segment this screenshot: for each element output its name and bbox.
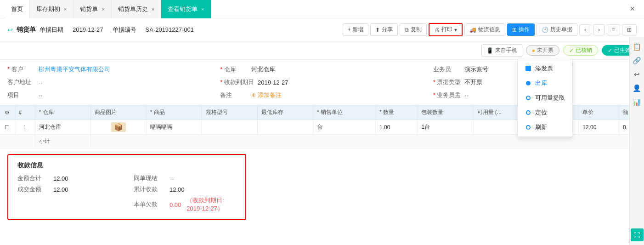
customer-value[interactable]: 柳州粤港平安气体有限公司: [39, 65, 110, 74]
ticket-type-label: 票据类型: [433, 78, 461, 86]
checked-button[interactable]: ✓ 已核销: [563, 45, 598, 56]
sidebar-icon-1[interactable]: 📋: [631, 40, 644, 53]
history-icon: 🕐: [542, 27, 548, 33]
phone-icon: 📱: [486, 47, 493, 54]
tab-inventory-init-label: 库存期初: [36, 5, 60, 13]
same-order-row: 同单现结 --: [134, 174, 236, 182]
not-opened-button[interactable]: ● 未开票: [526, 45, 559, 56]
deal-row: 成交金额 12.00: [17, 185, 120, 194]
operate-button[interactable]: ⊞ 操作: [507, 23, 535, 36]
payment-date-value: 2019-12-27: [258, 79, 288, 86]
row-image: 📦: [90, 120, 146, 135]
sidebar-icon-3[interactable]: ↩: [631, 68, 644, 81]
same-order-value: --: [169, 175, 174, 182]
operate-button-label: 操作: [519, 26, 530, 34]
doc-title: 销货单: [17, 26, 36, 34]
view-toggle-grid[interactable]: ⊞: [622, 24, 637, 35]
th-min-stock: 最低库存: [258, 105, 313, 120]
view-toggle-list[interactable]: ≡: [607, 24, 620, 35]
tab-sales-order[interactable]: 销货单 ×: [73, 0, 111, 18]
doc-title-icon: ↩: [7, 26, 13, 34]
close-sales-order-icon[interactable]: ×: [102, 6, 104, 12]
toolbar: + 新增 ⬆ 分享 ⧉ 复制 🖨 打印 ▾ 🚚 物流信息: [343, 23, 637, 36]
total-row: 金额合计 12.00: [17, 174, 120, 182]
ticket-type-value: 不开票: [464, 78, 482, 86]
prev-button[interactable]: ‹: [579, 24, 591, 35]
dropdown-ship[interactable]: 出库: [518, 76, 572, 91]
add-remark-icon: ⊕: [251, 91, 256, 98]
next-button[interactable]: ›: [593, 24, 605, 35]
th-product: * 商品: [146, 105, 202, 120]
warehouse-row: 仓库 河北仓库: [220, 65, 424, 74]
copy-button[interactable]: ⧉ 复制: [400, 23, 427, 36]
sidebar-icon-4[interactable]: 👤: [631, 82, 644, 95]
print-icon: 🖨: [434, 27, 440, 33]
effective-icon: ✓: [608, 47, 612, 54]
new-button-label: + 新增: [348, 26, 363, 34]
sidebar-icon-5[interactable]: 📊: [631, 96, 644, 108]
history-button-label: 历史单据: [550, 26, 572, 34]
due-row: 本单欠款 0.00 （收款到期日: 2019-12-27）: [134, 196, 236, 213]
tab-bar: 首页 库存期初 × 销货单 × 销货单历史 × 查看销货单 × ×: [0, 0, 644, 18]
share-button[interactable]: ⬆ 分享: [370, 23, 398, 36]
th-qty: * 数量: [376, 105, 418, 120]
add-remark-button[interactable]: ⊕ 添加备注: [251, 91, 282, 99]
dropdown-available[interactable]: 可用量提取: [518, 91, 572, 105]
history-button[interactable]: 🕐 历史单据: [537, 23, 577, 36]
logistics-button[interactable]: 🚚 物流信息: [464, 23, 505, 36]
share-icon: ⬆: [375, 27, 380, 33]
doc-number-label: 单据编号: [113, 26, 136, 34]
share-button-label: 分享: [382, 26, 393, 34]
sidebar-icon-6[interactable]: ⛶: [631, 228, 644, 241]
staff-value: 演示账号: [464, 65, 488, 74]
product-image-icon: 📦: [111, 122, 126, 132]
refresh-icon: [525, 124, 531, 131]
payment-date-row: 收款到期日 2019-12-27: [220, 78, 424, 86]
row-qty: 1.00: [376, 120, 418, 135]
tab-home[interactable]: 首页: [5, 0, 30, 18]
address-value: --: [39, 79, 43, 86]
payment-grid: 金额合计 12.00 同单现结 -- 成交金额 12.00 累计收款 12.00…: [17, 174, 236, 213]
row-check[interactable]: ☐: [0, 120, 15, 135]
tab-view-sales[interactable]: 查看销货单 ×: [161, 0, 211, 18]
total-label: 金额合计: [17, 174, 50, 182]
address-row: 客户地址 --: [7, 78, 211, 86]
window-close-button[interactable]: ×: [625, 4, 639, 14]
th-price: 单价: [579, 105, 619, 120]
dropdown-locate[interactable]: 定位: [518, 105, 572, 120]
close-view-sales-icon[interactable]: ×: [201, 6, 204, 12]
print-button[interactable]: 🖨 打印 ▾: [429, 23, 463, 36]
row-unit: 台: [313, 120, 376, 135]
row-warehouse: 河北仓库: [35, 120, 90, 135]
staff-label: 业务员: [433, 65, 461, 74]
from-phone-button[interactable]: 📱 来自手机: [481, 44, 522, 57]
refresh-label: 刷新: [535, 123, 547, 131]
row-pack-qty: 1台: [418, 120, 473, 135]
dropdown-refresh[interactable]: 刷新: [518, 120, 572, 135]
doc-number-value: SA-20191227-001: [146, 26, 194, 33]
print-dropdown-icon: ▾: [454, 27, 457, 33]
dropdown-add-invoice[interactable]: 添发票: [518, 61, 572, 76]
new-button[interactable]: + 新增: [343, 23, 368, 36]
customer-label: 客户: [7, 65, 35, 74]
remark-label: 备注: [220, 91, 248, 99]
project-label: 项目: [7, 91, 35, 99]
add-remark-label: 添加备注: [258, 91, 282, 98]
close-sales-history-icon[interactable]: ×: [152, 6, 154, 12]
due-note: （收款到期日: 2019-12-27）: [186, 196, 236, 213]
tab-sales-history-label: 销货单历史: [118, 5, 148, 13]
payment-info-box: 收款信息 金额合计 12.00 同单现结 -- 成交金额 12.00 累计收款 …: [7, 154, 246, 220]
due-label: 本单欠款: [134, 200, 166, 209]
dropdown-menu: 添发票 出库 可用量提取 定位 刷新: [517, 59, 573, 137]
tab-sales-history[interactable]: 销货单历史 ×: [112, 0, 161, 18]
warehouse-label: 仓库: [220, 65, 248, 74]
sidebar-icon-2[interactable]: 🔗: [631, 54, 644, 67]
th-unit: * 销售单位: [313, 105, 376, 120]
staff2-label: 业务员盂: [433, 91, 461, 99]
close-inventory-init-icon[interactable]: ×: [64, 6, 67, 12]
tab-inventory-init[interactable]: 库存期初 ×: [30, 0, 73, 18]
logistics-button-label: 物流信息: [478, 26, 500, 34]
th-pack-qty: 包装数量: [418, 105, 473, 120]
tab-sales-order-label: 销货单: [80, 5, 98, 13]
cumulative-value: 12.00: [169, 186, 185, 193]
